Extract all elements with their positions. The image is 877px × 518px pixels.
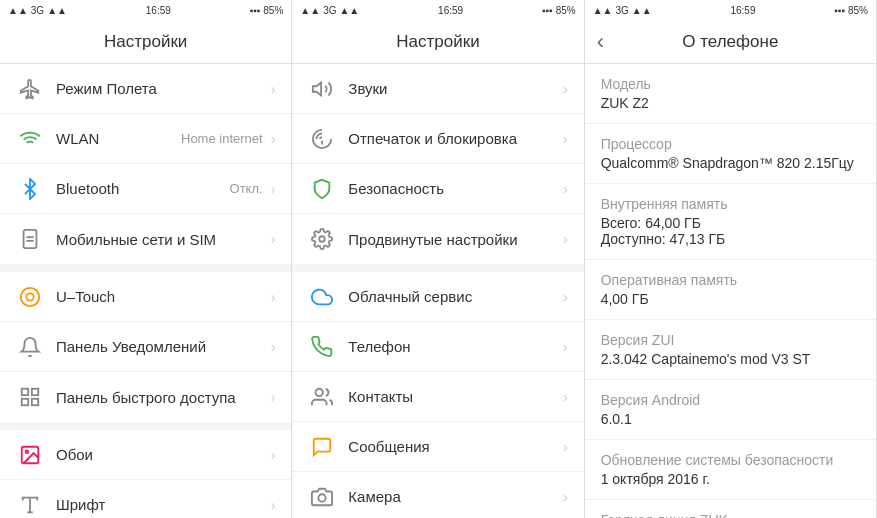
status-bar-1: ▲▲ 3G ▲▲ 16:59 ▪▪▪ 85% xyxy=(0,0,291,20)
about-item-hotline[interactable]: Горячая линия ZUK 400–8828–228 xyxy=(585,500,876,518)
arrow-advanced: › xyxy=(563,231,568,247)
settings-item-font[interactable]: Шрифт › xyxy=(0,480,291,518)
item-content-advanced: Продвинутые настройки › xyxy=(348,231,567,248)
quick-icon xyxy=(16,383,44,411)
svg-rect-0 xyxy=(24,230,37,248)
settings-group-1-0: Режим Полета › WLAN Home internet xyxy=(0,64,291,264)
camera-icon xyxy=(308,483,336,511)
notifications-icon xyxy=(16,333,44,361)
settings-item-camera[interactable]: Камера › xyxy=(292,472,583,518)
about-label-ram: Оперативная память xyxy=(601,272,860,288)
settings-list-2: Звуки › Отпечаток и блокировка › xyxy=(292,64,583,518)
arrow-contacts: › xyxy=(563,389,568,405)
svg-point-2 xyxy=(26,293,33,300)
item-content-phone: Телефон › xyxy=(348,338,567,355)
advanced-icon xyxy=(308,225,336,253)
settings-item-advanced[interactable]: Продвинутые настройки › xyxy=(292,214,583,264)
svg-marker-14 xyxy=(313,82,321,95)
item-content-u-touch: U–Touch › xyxy=(56,288,275,305)
about-value-processor: Qualcomm® Snapdragon™ 820 2.15Гцу xyxy=(601,155,860,171)
touch-icon xyxy=(16,283,44,311)
status-bar-3: ▲▲ 3G ▲▲ 16:59 ▪▪▪ 85% xyxy=(585,0,876,20)
item-label-bluetooth: Bluetooth xyxy=(56,180,119,197)
settings-item-security[interactable]: Безопасность › xyxy=(292,164,583,214)
about-item-model[interactable]: Модель ZUK Z2 xyxy=(585,64,876,124)
item-label-mobile: Мобильные сети и SIM xyxy=(56,231,216,248)
arrow-wallpaper: › xyxy=(271,447,276,463)
settings-item-sounds[interactable]: Звуки › xyxy=(292,64,583,114)
settings-item-fingerprint[interactable]: Отпечаток и блокировка › xyxy=(292,114,583,164)
settings-item-contacts[interactable]: Контакты › xyxy=(292,372,583,422)
wifi-icon xyxy=(16,125,44,153)
svg-rect-6 xyxy=(32,399,38,405)
header-1: Настройки xyxy=(0,20,291,64)
item-label-wlan: WLAN xyxy=(56,130,99,147)
back-button[interactable]: ‹ xyxy=(597,29,604,55)
settings-item-quick-access[interactable]: Панель быстрого доступа › xyxy=(0,372,291,422)
settings-group-1-2: Обои › Шрифт › xyxy=(0,430,291,518)
panel-second-settings: ▲▲ 3G ▲▲ 16:59 ▪▪▪ 85% Настройки xyxy=(292,0,584,518)
item-value-wlan: Home internet xyxy=(181,131,263,146)
svg-point-1 xyxy=(21,287,39,305)
about-label-internal-memory: Внутренняя память xyxy=(601,196,860,212)
settings-item-bluetooth[interactable]: Bluetooth Откл. › xyxy=(0,164,291,214)
item-content-security: Безопасность › xyxy=(348,180,567,197)
header-title-1: Настройки xyxy=(104,32,187,52)
item-content-camera: Камера › xyxy=(348,488,567,505)
security-icon xyxy=(308,175,336,203)
item-label-camera: Камера xyxy=(348,488,400,505)
contacts-icon xyxy=(308,383,336,411)
arrow-messages: › xyxy=(563,439,568,455)
status-right-2: ▪▪▪ 85% xyxy=(542,5,576,16)
time-2: 16:59 xyxy=(438,5,463,16)
settings-item-flight-mode[interactable]: Режим Полета › xyxy=(0,64,291,114)
battery-3: 85% xyxy=(848,5,868,16)
settings-item-mobile-network[interactable]: Мобильные сети и SIM › xyxy=(0,214,291,264)
item-label-quick-access: Панель быстрого доступа xyxy=(56,389,236,406)
arrow-bluetooth: › xyxy=(271,181,276,197)
item-content-bluetooth: Bluetooth Откл. › xyxy=(56,180,275,197)
arrow-mobile: › xyxy=(271,231,276,247)
status-right-3: ▪▪▪ 85% xyxy=(834,5,868,16)
font-icon xyxy=(16,491,44,519)
about-label-model: Модель xyxy=(601,76,860,92)
svg-point-17 xyxy=(319,494,326,501)
signal-icon-1: ▲▲ xyxy=(8,5,28,16)
settings-item-cloud[interactable]: Облачный сервис › xyxy=(292,272,583,322)
item-content-flight-mode: Режим Полета › xyxy=(56,80,275,97)
settings-item-messages[interactable]: Сообщения › xyxy=(292,422,583,472)
settings-item-wallpaper[interactable]: Обои › xyxy=(0,430,291,480)
settings-item-notifications[interactable]: Панель Уведомлений › xyxy=(0,322,291,372)
item-label-advanced: Продвинутые настройки xyxy=(348,231,517,248)
item-content-quick-access: Панель быстрого доступа › xyxy=(56,389,275,406)
settings-item-phone[interactable]: Телефон › xyxy=(292,322,583,372)
airplane-icon xyxy=(16,75,44,103)
about-label-hotline: Горячая линия ZUK xyxy=(601,512,860,518)
item-label-notifications: Панель Уведомлений xyxy=(56,338,206,355)
about-value-ram: 4,00 ГБ xyxy=(601,291,860,307)
item-content-wlan: WLAN Home internet › xyxy=(56,130,275,147)
about-item-internal-memory[interactable]: Внутренняя память Всего: 64,00 ГБ Доступ… xyxy=(585,184,876,260)
arrow-camera: › xyxy=(563,489,568,505)
item-label-u-touch: U–Touch xyxy=(56,288,115,305)
about-item-zui-version[interactable]: Версия ZUI 2.3.042 Captainemo's mod V3 S… xyxy=(585,320,876,380)
about-item-ram[interactable]: Оперативная память 4,00 ГБ xyxy=(585,260,876,320)
about-item-security-update[interactable]: Обновление системы безопасности 1 октябр… xyxy=(585,440,876,500)
about-item-processor[interactable]: Процессор Qualcomm® Snapdragon™ 820 2.15… xyxy=(585,124,876,184)
item-content-mobile: Мобильные сети и SIM › xyxy=(56,231,275,248)
arrow-wlan: › xyxy=(271,131,276,147)
settings-item-wlan[interactable]: WLAN Home internet › xyxy=(0,114,291,164)
settings-list-1: Режим Полета › WLAN Home internet xyxy=(0,64,291,518)
svg-point-16 xyxy=(316,388,323,395)
about-item-android-version[interactable]: Версия Android 6.0.1 xyxy=(585,380,876,440)
item-label-security: Безопасность xyxy=(348,180,444,197)
item-label-fingerprint: Отпечаток и блокировка xyxy=(348,130,517,147)
arrow-phone: › xyxy=(563,339,568,355)
status-bar-2: ▲▲ 3G ▲▲ 16:59 ▪▪▪ 85% xyxy=(292,0,583,20)
item-content-messages: Сообщения › xyxy=(348,438,567,455)
svg-point-15 xyxy=(320,236,326,242)
svg-rect-3 xyxy=(22,389,28,395)
settings-group-2-0: Звуки › Отпечаток и блокировка › xyxy=(292,64,583,264)
item-label-flight-mode: Режим Полета xyxy=(56,80,157,97)
settings-item-u-touch[interactable]: U–Touch › xyxy=(0,272,291,322)
